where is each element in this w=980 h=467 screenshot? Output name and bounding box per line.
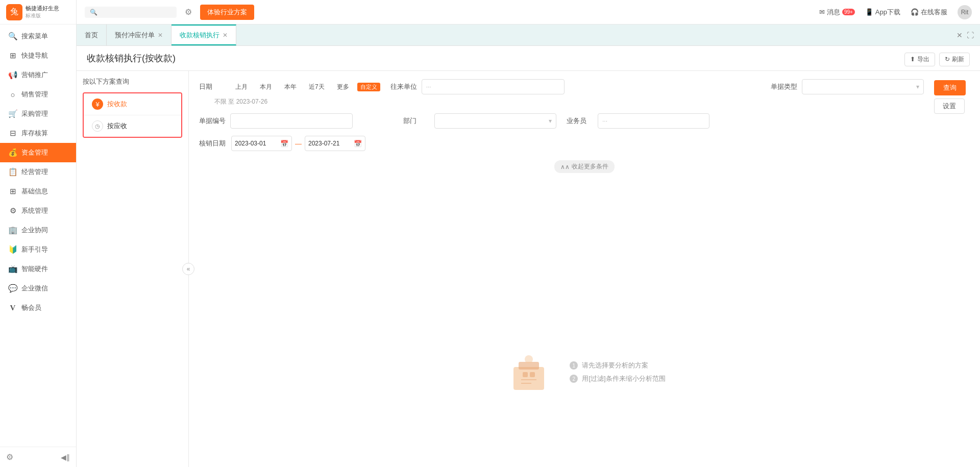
- collapse-more-button[interactable]: ∧∧ 收起更多条件: [554, 160, 615, 173]
- tab-receipt-writeoff[interactable]: 收款核销执行 ✕: [172, 24, 236, 45]
- funds-icon: 💰: [8, 148, 17, 157]
- writeoff-date-start-wrap[interactable]: 📅: [231, 136, 292, 151]
- calendar-end-icon[interactable]: 📅: [354, 140, 362, 148]
- sidebar-label-marketing: 营销推广: [21, 70, 48, 80]
- chevron-up-icon: ∧∧: [560, 163, 570, 170]
- query-button[interactable]: 查询: [934, 80, 966, 95]
- doctype-select[interactable]: ▾: [802, 79, 924, 94]
- sidebar-nav: 🔍 搜索菜单 ⊞ 快捷导航 📢 营销推广 ○ 销售管理 🛒 采购管理 ⊟ 库存核…: [0, 24, 76, 447]
- receipt-writeoff-tab-label: 收款核销执行: [180, 31, 219, 40]
- message-icon: ✉: [819, 8, 825, 16]
- main-area: 🔍 ⚙ 体验行业方案 ✉ 消息 99+ 📱 App下载 🎧 在线客服 Rit: [77, 0, 980, 467]
- system-icon: ⚙: [8, 206, 17, 215]
- user-menu[interactable]: Rit: [958, 5, 972, 19]
- refresh-label: 刷新: [952, 55, 964, 64]
- date-btn-more[interactable]: 更多: [333, 82, 353, 92]
- message-button[interactable]: ✉ 消息 99+: [819, 8, 855, 17]
- sidebar-item-quick-nav[interactable]: ⊞ 快捷导航: [0, 46, 76, 65]
- custom-date-tag[interactable]: 自定义: [357, 83, 380, 91]
- search-panel: 按以下方案查询 ¥ 按收款 ◷ 按应收 «: [77, 71, 980, 467]
- sidebar-item-system[interactable]: ⚙ 系统管理: [0, 201, 76, 220]
- writeoff-date-start-input[interactable]: [235, 140, 278, 147]
- sidebar-label-system: 系统管理: [21, 206, 48, 215]
- docnum-field: 单据编号: [199, 113, 393, 129]
- topbar: 🔍 ⚙ 体验行业方案 ✉ 消息 99+ 📱 App下载 🎧 在线客服 Rit: [77, 0, 980, 24]
- sidebar-label-basic-info: 基础信息: [21, 187, 48, 196]
- maximize-tab-icon[interactable]: ⛶: [967, 31, 974, 39]
- collapse-sidebar-icon[interactable]: ◀‖: [61, 453, 70, 461]
- export-button[interactable]: ⬆ 导出: [904, 53, 935, 66]
- topbar-gear-icon[interactable]: ⚙: [185, 7, 192, 17]
- date-btn-this-month[interactable]: 本月: [256, 82, 276, 92]
- app-logo: 兔 畅捷通好生意 标准版: [0, 0, 76, 24]
- guide-icon: 🔰: [8, 245, 17, 254]
- sidebar-item-basic-info[interactable]: ⊞ 基础信息: [0, 182, 76, 201]
- tab-home[interactable]: 首页: [77, 24, 107, 45]
- sidebar-item-guide[interactable]: 🔰 新手引导: [0, 240, 76, 259]
- close-tab-icon[interactable]: ✕: [957, 31, 963, 39]
- marketing-icon: 📢: [8, 70, 17, 80]
- filter-collapse-button[interactable]: «: [182, 263, 194, 275]
- writeoff-date-end-wrap[interactable]: 📅: [305, 136, 365, 151]
- docnum-input[interactable]: [230, 113, 353, 129]
- sidebar-item-marketing[interactable]: 📢 营销推广: [0, 65, 76, 85]
- page-toolbar: ⬆ 导出 ↻ 刷新: [904, 53, 970, 70]
- sidebar-item-hardware[interactable]: 📺 智能硬件: [0, 259, 76, 279]
- settings-icon[interactable]: ⚙: [6, 452, 13, 462]
- page-content: 收款核销执行(按收款) ⬆ 导出 ↻ 刷新 按以下方案查询: [77, 46, 980, 467]
- salesperson-field: 业务员 ···: [567, 113, 709, 129]
- counterpart-placeholder: ···: [426, 83, 431, 90]
- filter-by-receipt[interactable]: ¥ 按收款: [84, 93, 181, 115]
- sidebar-item-search-menu[interactable]: 🔍 搜索菜单: [0, 27, 76, 46]
- dept-select[interactable]: ▾: [434, 113, 556, 129]
- inventory-icon: ⊟: [8, 129, 17, 138]
- dept-label: 部门: [403, 116, 431, 126]
- topbar-search[interactable]: 🔍: [85, 7, 177, 18]
- sidebar-item-operations[interactable]: 📋 经营管理: [0, 162, 76, 182]
- form-row-2: 单据编号 部门 ▾: [199, 113, 924, 129]
- sidebar-item-inventory[interactable]: ⊟ 库存核算: [0, 124, 76, 143]
- date-btn-last-month[interactable]: 上月: [231, 82, 252, 92]
- doctype-field-row: 单据类型 ▾: [771, 79, 924, 94]
- sidebar-item-member[interactable]: V 畅会员: [0, 298, 76, 317]
- sidebar-item-enterprise[interactable]: 🏢 企业协同: [0, 220, 76, 240]
- receipt-writeoff-tab-close[interactable]: ✕: [223, 32, 228, 39]
- sidebar-label-inventory: 库存核算: [21, 129, 48, 138]
- sidebar-item-purchase[interactable]: 🛒 采购管理: [0, 104, 76, 124]
- calendar-start-icon[interactable]: 📅: [280, 140, 288, 148]
- sidebar-label-member: 畅会员: [21, 303, 41, 312]
- date-btn-this-year[interactable]: 本年: [280, 82, 301, 92]
- date-btn-last-7-days[interactable]: 近7天: [305, 82, 329, 92]
- counterpart-field-row: 往来单位 ···: [390, 79, 761, 94]
- receivable-filter-icon: ◷: [92, 120, 103, 132]
- online-service-button[interactable]: 🎧 在线客服: [911, 8, 947, 17]
- industry-solution-button[interactable]: 体验行业方案: [200, 5, 254, 20]
- app-download-button[interactable]: 📱 App下载: [865, 8, 900, 17]
- form-row-1: 日期 上月 本月 本年 近7天 更多 自定义: [199, 79, 970, 158]
- date-range-separator: —: [295, 140, 302, 148]
- tabbar-actions: ✕ ⛶: [950, 24, 980, 45]
- sidebar-item-sales[interactable]: ○ 销售管理: [0, 85, 76, 104]
- date-sub-row: 不限 至 2023-07-26: [199, 97, 924, 106]
- query-form: 日期 上月 本月 本年 近7天 更多 自定义: [189, 71, 980, 277]
- svg-rect-4: [530, 372, 535, 377]
- sidebar-item-funds[interactable]: 💰 资金管理: [0, 143, 76, 162]
- sidebar-label-sales: 销售管理: [21, 90, 48, 99]
- salesperson-select[interactable]: ···: [598, 113, 709, 129]
- collapse-more-label: 收起更多条件: [572, 162, 608, 171]
- sidebar-label-enterprise: 企业协同: [21, 226, 48, 235]
- refresh-button[interactable]: ↻ 刷新: [939, 53, 970, 66]
- sidebar-item-wechat[interactable]: 💬 企业微信: [0, 279, 76, 298]
- prepay-tab-close[interactable]: ✕: [158, 32, 163, 39]
- counterpart-select[interactable]: ···: [422, 79, 565, 94]
- filter-by-receivable[interactable]: ◷ 按应收: [84, 115, 181, 137]
- writeoff-date-end-input[interactable]: [308, 140, 352, 147]
- sidebar-label-quick-nav: 快捷导航: [21, 51, 48, 60]
- tab-prepay[interactable]: 预付冲应付单 ✕: [107, 24, 172, 45]
- setting-button[interactable]: 设置: [934, 99, 965, 114]
- empty-tip-1: 1 请先选择要分析的方案: [570, 361, 665, 370]
- sidebar-bottom: ⚙ ◀‖: [0, 447, 76, 467]
- filter-sidebar: 按以下方案查询 ¥ 按收款 ◷ 按应收 «: [77, 71, 189, 467]
- filter-by-receivable-label: 按应收: [107, 121, 127, 131]
- filter-by-receipt-label: 按收款: [107, 100, 127, 109]
